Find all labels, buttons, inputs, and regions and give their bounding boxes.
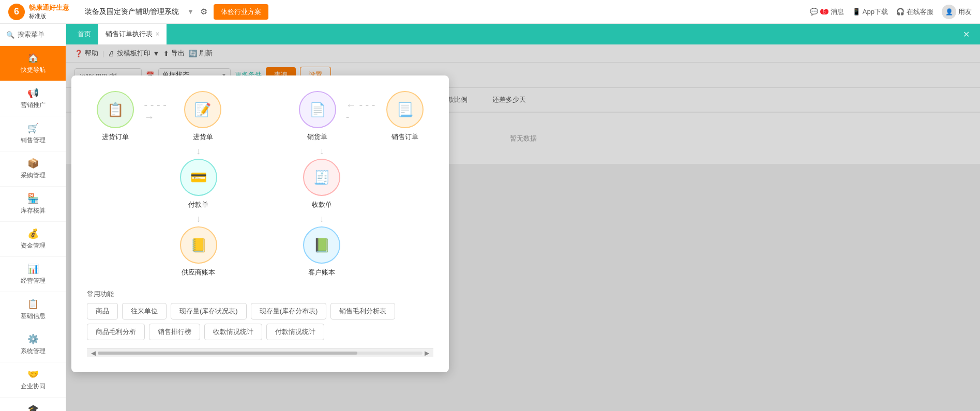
arrow-left-1: ← - - - - (346, 99, 376, 133)
flow-item-sales-order-node: 📄 销货单 (289, 91, 346, 142)
scrollbar-track[interactable] (98, 352, 423, 355)
func-btn-销售排行榜[interactable]: 销售排行榜 (149, 324, 200, 340)
main-content: ❓ 帮助 | 🖨 按模板打印 ▼ ⬆ 导出 🔄 刷新 (66, 44, 980, 411)
func-btn-商品[interactable]: 商品 (87, 303, 118, 319)
search-icon: 🔍 (6, 31, 14, 39)
sidebar-item-marketing[interactable]: 📢营销推广 (0, 81, 66, 116)
sidebar-item-purchase[interactable]: 📦采购管理 (0, 151, 66, 187)
dropdown-icon[interactable]: ▼ (187, 8, 194, 16)
flow-item-supplier-ledger: 📒 供应商账本 (168, 226, 229, 277)
headset-icon: 🎧 (896, 8, 904, 16)
sales-order-right-icon[interactable]: 📃 (386, 91, 424, 128)
sidebar-item-quick-nav[interactable]: 🏠快捷导航 (0, 46, 66, 81)
avatar: 👤 (942, 5, 956, 19)
sidebar-item-operations[interactable]: 📊经营管理 (0, 257, 66, 292)
flow-item-payment: 💳 付款单 (168, 159, 229, 209)
sales-icon: 🛒 (27, 123, 39, 134)
arrow-down-receipt: ↓ (291, 214, 353, 224)
func-btn-往来单位[interactable]: 往来单位 (122, 303, 167, 319)
message-button[interactable]: 💬 5 消息 (810, 7, 844, 17)
func-buttons-container: 商品往来单位现存量(库存状况表)现存量(库存分布表)销售毛利分析表商品毛利分析销… (87, 303, 433, 340)
user-menu-button[interactable]: 👤 用友 (942, 5, 972, 19)
logo-area: 6 畅康通好生意 标准版 (8, 4, 74, 20)
sidebar-item-basic[interactable]: 📋基础信息 (0, 292, 66, 327)
flow-item-sales-order-right: 📃 销售订单 (376, 91, 433, 142)
marketing-icon: 📢 (27, 87, 39, 99)
sidebar-item-label: 系统管理 (21, 347, 46, 356)
sales-order-right-label: 销售订单 (391, 132, 418, 142)
func-btn-现存量(库存状况表)[interactable]: 现存量(库存状况表) (171, 303, 247, 319)
quick-nav-icon: 🏠 (27, 52, 39, 64)
sidebar: 🔍 搜索菜单 🏠快捷导航📢营销推广🛒销售管理📦采购管理🏪库存核算💰资金管理📊经营… (0, 24, 66, 411)
arrow-down-payment: ↓ (168, 214, 229, 224)
topbar-right: 💬 5 消息 📱 App下载 🎧 在线客服 👤 用友 (810, 5, 972, 19)
logo-text: 畅康通好生意 标准版 (29, 4, 69, 20)
supplier-ledger-label: 供应商账本 (182, 268, 215, 277)
scroll-left-arrow[interactable]: ◀ (89, 349, 98, 357)
purchase-order-icon[interactable]: 📋 (97, 91, 134, 128)
popup-scrollbar: ◀ ▶ (87, 348, 433, 357)
window-close-button[interactable]: ✕ (957, 29, 976, 39)
content-area: 首页 销售订单执行表 × ✕ ❓ 帮助 | 🖨 (66, 24, 980, 411)
tab-home[interactable]: 首页 (70, 24, 98, 44)
func-btn-收款情况统计[interactable]: 收款情况统计 (204, 324, 262, 340)
func-btn-销售毛利分析表[interactable]: 销售毛利分析表 (330, 303, 395, 319)
purchase-order-label: 进货订单 (102, 132, 129, 142)
message-badge: 5 (820, 9, 828, 14)
settings-icon[interactable]: ⚙ (200, 7, 207, 17)
logo-icon: 6 (8, 4, 25, 20)
system-icon: ⚙️ (27, 333, 39, 345)
online-service-button[interactable]: 🎧 在线客服 (896, 7, 933, 17)
func-btn-现存量(库存分布表)[interactable]: 现存量(库存分布表) (251, 303, 327, 319)
system-title: 装备及固定资产辅助管理系统 (85, 7, 179, 17)
common-functions-title: 常用功能 (87, 290, 433, 299)
payment-icon[interactable]: 💳 (180, 159, 217, 196)
sidebar-item-inventory[interactable]: 🏪库存核算 (0, 187, 66, 222)
search-menu-button[interactable]: 🔍 搜索菜单 (4, 28, 62, 41)
receipt-icon[interactable]: 🧾 (303, 159, 340, 196)
flow-item-customer-ledger: 📗 客户账本 (291, 226, 353, 277)
sidebar-item-newbie[interactable]: 🎓新手引导 (0, 398, 66, 411)
tab-close-icon[interactable]: × (156, 31, 159, 38)
sidebar-item-label: 企业协同 (21, 382, 46, 391)
sidebar-item-system[interactable]: ⚙️系统管理 (0, 327, 66, 362)
inventory-icon: 🏪 (27, 193, 39, 204)
app-download-button[interactable]: 📱 App下载 (852, 7, 888, 17)
sidebar-item-sales[interactable]: 🛒销售管理 (0, 116, 66, 151)
func-btn-商品毛利分析[interactable]: 商品毛利分析 (87, 324, 145, 340)
sidebar-item-label: 销售管理 (21, 136, 46, 145)
tab-sales-order[interactable]: 销售订单执行表 × (98, 24, 167, 44)
common-functions: 常用功能 商品往来单位现存量(库存状况表)现存量(库存分布表)销售毛利分析表商品… (87, 290, 433, 340)
purchase-receipt-icon[interactable]: 📝 (184, 91, 221, 128)
purchase-receipt-label: 进货单 (193, 132, 213, 142)
finance-icon: 💰 (27, 228, 39, 239)
arrow-down-sales: ↓ (291, 146, 353, 157)
download-icon: 📱 (852, 8, 861, 16)
arrow-right-1: - - - - → (144, 99, 175, 133)
sidebar-item-label: 库存核算 (21, 206, 46, 215)
sales-order-node-icon[interactable]: 📄 (299, 91, 336, 128)
customer-ledger-label: 客户账本 (308, 268, 335, 277)
func-btn-付款情况统计[interactable]: 付款情况统计 (266, 324, 324, 340)
flow-item-purchase-order: 📋 进货订单 (87, 91, 144, 142)
message-icon: 💬 (810, 8, 818, 16)
payment-label: 付款单 (188, 200, 208, 209)
supplier-ledger-icon[interactable]: 📒 (180, 226, 217, 264)
flow-diagram: 📋 进货订单 - - - - → 📝 进货单 📄 (87, 91, 433, 281)
scrollbar-thumb (98, 352, 357, 355)
sidebar-item-label: 快捷导航 (21, 66, 46, 74)
purchase-icon: 📦 (27, 158, 39, 169)
sidebar-search-area: 🔍 搜索菜单 (0, 24, 66, 46)
operations-icon: 📊 (27, 263, 39, 275)
customer-ledger-icon[interactable]: 📗 (303, 226, 340, 264)
flow-item-purchase-receipt: 📝 进货单 (174, 91, 232, 142)
scroll-right-arrow[interactable]: ▶ (423, 349, 431, 357)
experience-button[interactable]: 体验行业方案 (214, 4, 268, 20)
sidebar-item-finance[interactable]: 💰资金管理 (0, 222, 66, 257)
enterprise-icon: 🤝 (27, 369, 39, 380)
sidebar-item-label: 资金管理 (21, 241, 46, 250)
sidebar-item-label: 经营管理 (21, 277, 46, 285)
arrow-down-purchase: ↓ (168, 146, 229, 157)
sales-order-node-label: 销货单 (307, 132, 327, 142)
sidebar-item-enterprise[interactable]: 🤝企业协同 (0, 362, 66, 398)
